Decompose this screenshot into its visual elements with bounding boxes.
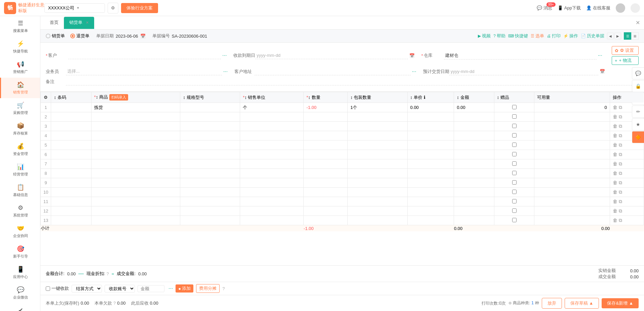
select-link[interactable]: ☰ 选单	[531, 33, 544, 39]
cell-qty[interactable]	[304, 178, 348, 188]
cell-qty[interactable]: -1.00	[304, 103, 348, 112]
gift-checkbox[interactable]	[512, 105, 517, 109]
delete-row-icon[interactable]: 🗑	[613, 218, 617, 223]
sidebar-item-vip-member[interactable]: ✔ 畅会员	[0, 303, 40, 311]
cell-unit-price[interactable]	[407, 131, 454, 141]
sidebar-item-enterprise-wechat[interactable]: 💬 企业微信	[0, 283, 40, 303]
cell-gift[interactable]	[494, 206, 534, 216]
cell-gift[interactable]	[494, 169, 534, 178]
remark-input[interactable]	[66, 78, 639, 85]
cell-product[interactable]	[91, 150, 180, 159]
list-view-btn[interactable]: ☰	[624, 32, 631, 40]
cell-qty[interactable]	[304, 112, 348, 122]
cell-unit-price[interactable]	[407, 197, 454, 206]
cell-spec[interactable]	[180, 141, 240, 150]
cell-spec[interactable]	[180, 178, 240, 188]
cell-unit-price[interactable]: 0.00	[407, 103, 454, 112]
payment-calendar-icon[interactable]: 📅	[409, 53, 415, 58]
logistics-button[interactable]: + + 物流	[612, 56, 639, 65]
copy-row-icon[interactable]: ⧉	[619, 189, 622, 195]
cell-unit[interactable]	[240, 131, 304, 141]
cell-barcode[interactable]	[51, 188, 91, 197]
grid-view-btn[interactable]: ⊞	[631, 32, 639, 40]
cell-gift[interactable]	[494, 141, 534, 150]
copy-row-icon[interactable]: ⧉	[619, 208, 622, 214]
cell-gift[interactable]	[494, 122, 534, 131]
one-click-payment[interactable]: 一键收款	[46, 285, 69, 291]
cell-product[interactable]	[91, 159, 180, 169]
sidebar-item-search-order[interactable]: ☰ 搜索菜单	[0, 16, 40, 37]
cell-product[interactable]: 拣货	[91, 103, 180, 112]
cell-spec[interactable]	[180, 216, 240, 225]
scan-button[interactable]: 扫码录入	[109, 94, 128, 101]
cell-barcode[interactable]	[51, 141, 91, 150]
copy-row-icon[interactable]: ⧉	[619, 218, 622, 223]
cell-unit[interactable]: 个	[240, 103, 304, 112]
cell-gift[interactable]	[494, 150, 534, 159]
copy-row-icon[interactable]: ⧉	[619, 133, 622, 139]
delete-row-icon[interactable]: 🗑	[613, 142, 617, 148]
cell-unit[interactable]	[240, 197, 304, 206]
cell-qty[interactable]	[304, 197, 348, 206]
shortcut-link[interactable]: ⌨ 快捷键	[508, 33, 528, 39]
cell-gift[interactable]	[494, 131, 534, 141]
cell-product[interactable]	[91, 178, 180, 188]
cell-qty[interactable]	[304, 206, 348, 216]
sales-radio[interactable]: 销货单	[46, 33, 65, 39]
cell-product[interactable]	[91, 122, 180, 131]
tab-home[interactable]: 首页	[44, 17, 64, 29]
cell-qty[interactable]	[304, 216, 348, 225]
copy-row-icon[interactable]: ⧉	[619, 199, 622, 204]
cell-pack-qty[interactable]	[348, 169, 408, 178]
sidebar-item-marketing[interactable]: 📢 营销推广	[0, 57, 40, 78]
cell-pack-qty[interactable]: 1个	[348, 103, 408, 112]
rf-lock-button[interactable]: 🔒	[632, 80, 644, 92]
delete-row-icon[interactable]: 🗑	[613, 208, 617, 214]
cell-barcode[interactable]	[51, 103, 91, 112]
gift-checkbox[interactable]	[512, 124, 517, 128]
avatar[interactable]	[616, 3, 625, 13]
cell-qty[interactable]	[304, 150, 348, 159]
cell-unit-price[interactable]	[407, 206, 454, 216]
cell-spec[interactable]	[180, 150, 240, 159]
gift-checkbox[interactable]	[512, 218, 517, 222]
cell-amount[interactable]	[454, 112, 494, 122]
debt-help-icon[interactable]: ?	[113, 301, 116, 306]
one-click-checkbox[interactable]	[46, 286, 50, 291]
delete-row-icon[interactable]: 🗑	[613, 114, 617, 120]
copy-row-icon[interactable]: ⧉	[619, 114, 622, 120]
cell-unit-price[interactable]	[407, 159, 454, 169]
copy-row-icon[interactable]: ⧉	[619, 123, 622, 129]
cell-gift[interactable]	[494, 178, 534, 188]
settlement-method-select[interactable]: 结算方式	[72, 285, 102, 293]
cell-spec[interactable]	[180, 197, 240, 206]
delete-row-icon[interactable]: 🗑	[613, 105, 617, 110]
cell-qty[interactable]	[304, 122, 348, 131]
operate-link[interactable]: ⚡ 操作	[563, 33, 578, 39]
rf-edit-button[interactable]: ✏	[632, 106, 644, 118]
online-service-button[interactable]: 👤 在线客服	[586, 5, 610, 11]
gift-checkbox[interactable]	[512, 143, 517, 147]
cell-unit[interactable]	[240, 178, 304, 188]
cell-unit-price[interactable]	[407, 122, 454, 131]
cell-pack-qty[interactable]	[348, 141, 408, 150]
delete-row-icon[interactable]: 🗑	[613, 199, 617, 204]
copy-row-icon[interactable]: ⧉	[619, 161, 622, 167]
delete-row-icon[interactable]: 🗑	[613, 123, 617, 129]
tab-close-icon[interactable]: ✕	[86, 21, 89, 25]
cell-unit[interactable]	[240, 150, 304, 159]
cell-qty[interactable]	[304, 169, 348, 178]
expected-date-input[interactable]: yyyy-mm-dd	[449, 68, 598, 75]
cell-barcode[interactable]	[51, 197, 91, 206]
cell-unit[interactable]	[240, 188, 304, 197]
sidebar-item-finance[interactable]: 💰 资金管理	[0, 139, 40, 160]
cell-pack-qty[interactable]	[348, 159, 408, 169]
th-gear[interactable]: ⚙	[41, 92, 51, 103]
cell-product[interactable]	[91, 169, 180, 178]
cell-unit-price[interactable]	[407, 150, 454, 159]
expected-calendar-icon[interactable]: 📅	[600, 69, 605, 74]
prev-arrow[interactable]: ◀	[607, 33, 614, 39]
save-new-button[interactable]: 保存&新增 ▲	[602, 298, 639, 308]
delete-row-icon[interactable]: 🗑	[613, 170, 617, 176]
app-download-button[interactable]: 📱 App下载	[558, 5, 581, 11]
